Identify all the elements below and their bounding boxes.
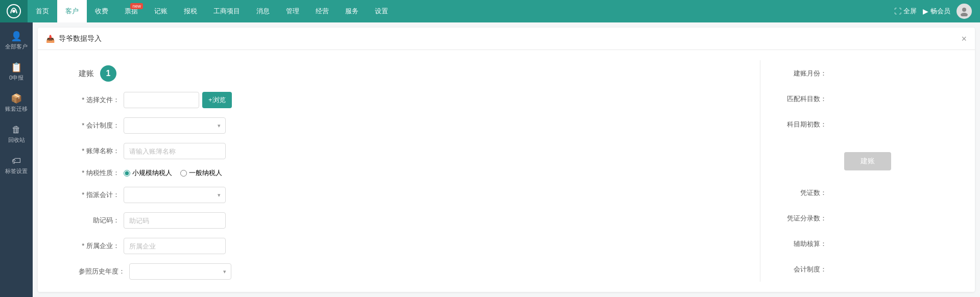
info-initial-row: 科目期初数： <box>781 116 954 133</box>
nav-operation[interactable]: 经营 <box>307 0 337 22</box>
history-select-wrapper <box>129 263 231 280</box>
sidebar-item-migrate[interactable]: 📦 账套迁移 <box>0 89 33 118</box>
accountant-label: * 指派会计： <box>79 190 119 200</box>
accountant-row: * 指派会计： <box>79 187 739 203</box>
nav-invoices[interactable]: 票据 new <box>116 0 146 22</box>
nav-service[interactable]: 服务 <box>337 0 367 22</box>
svg-point-2 <box>962 8 966 12</box>
info-auxiliary-label: 辅助核算： <box>781 239 827 249</box>
accounting-select[interactable] <box>124 117 226 134</box>
step-header: 建账 1 <box>79 65 739 82</box>
nav-billing[interactable]: 收费 <box>87 0 116 22</box>
tax-row: * 纳税性质： 小规模纳税人 一般纳税人 <box>79 168 739 178</box>
import-panel: 📥 导爷数据导入 × 建账 1 * 选择文件 <box>38 28 975 292</box>
nav-right-area: ⛶ 全屏 ▶ 畅会员 <box>894 4 980 19</box>
new-badge: new <box>130 3 143 9</box>
nav-message[interactable]: 消息 <box>248 0 278 22</box>
step-circle: 1 <box>100 65 116 82</box>
info-month-label: 建账月份： <box>781 69 827 78</box>
main-layout: 👤 全部客户 📋 0申报 📦 账套迁移 🗑 回收站 🏷 标签设置 📥 导爷数据导… <box>0 22 980 297</box>
info-initial-label: 科目期初数： <box>781 120 827 129</box>
build-button-area: 建账 <box>781 147 954 170</box>
company-input[interactable] <box>124 238 226 254</box>
trash-icon: 🗑 <box>12 125 21 134</box>
sidebar-item-label: 账套迁移 <box>5 105 28 113</box>
accountant-select[interactable] <box>124 187 226 203</box>
memo-input[interactable] <box>124 212 226 229</box>
sidebar-item-label: 全部客户 <box>5 43 28 51</box>
avatar[interactable] <box>957 4 972 19</box>
file-input[interactable] <box>124 92 199 108</box>
history-label: 参照历史年度： <box>79 267 125 276</box>
sidebar-item-label: 0申报 <box>9 74 23 82</box>
radio-general-taxpayer[interactable]: 一般纳税人 <box>180 168 222 178</box>
info-voucher-row: 凭证数： <box>781 185 954 201</box>
user-icon <box>959 6 969 16</box>
accountant-select-wrapper <box>124 187 226 203</box>
step-label: 建账 <box>79 69 94 79</box>
radio-general-label: 一般纳税人 <box>189 168 222 178</box>
info-section: 建账月份： 匹配科目数： 科目期初数： 建账 <box>760 60 975 282</box>
radio-small-label: 小规模纳税人 <box>132 168 172 178</box>
logo-icon <box>7 4 21 18</box>
info-match-label: 匹配科目数： <box>781 94 827 104</box>
memo-label: 助记码： <box>79 216 119 225</box>
file-input-group: +浏览 <box>124 92 232 108</box>
logo <box>0 0 28 22</box>
content-area: 📥 导爷数据导入 × 建账 1 * 选择文件 <box>33 22 980 297</box>
memo-row: 助记码： <box>79 212 739 229</box>
svg-point-3 <box>961 13 968 16</box>
company-row: * 所属企业： <box>79 238 739 254</box>
sidebar-item-label: 回收站 <box>8 136 25 144</box>
nav-settings[interactable]: 设置 <box>367 0 396 22</box>
radio-general-input[interactable] <box>180 170 187 177</box>
nav-tax[interactable]: 报税 <box>176 0 205 22</box>
info-accounting-system-row: 会计制度： <box>781 261 954 278</box>
form-section: 建账 1 * 选择文件： +浏览 <box>38 60 760 282</box>
ledger-label: * 账簿名称： <box>79 146 119 156</box>
panel-body: 建账 1 * 选择文件： +浏览 <box>38 50 975 292</box>
radio-small-taxpayer[interactable]: 小规模纳税人 <box>124 168 172 178</box>
sidebar-item-all-clients[interactable]: 👤 全部客户 <box>0 27 33 56</box>
info-voucher-label: 凭证数： <box>781 188 827 197</box>
tax-label: * 纳税性质： <box>79 168 119 178</box>
ledger-row: * 账簿名称： <box>79 143 739 159</box>
sidebar-item-label: 标签设置 <box>5 167 28 175</box>
file-row: * 选择文件： +浏览 <box>79 92 739 108</box>
nav-clients[interactable]: 客户 <box>57 0 87 22</box>
panel-title: 导爷数据导入 <box>59 34 102 43</box>
browse-button[interactable]: +浏览 <box>202 92 232 108</box>
info-voucher-records-label: 凭证分录数： <box>781 214 827 223</box>
info-voucher-records-row: 凭证分录数： <box>781 210 954 227</box>
clients-icon: 👤 <box>11 32 22 41</box>
info-auxiliary-row: 辅助核算： <box>781 236 954 252</box>
nav-bookkeeping[interactable]: 记账 <box>146 0 176 22</box>
migrate-icon: 📦 <box>11 94 22 103</box>
history-select[interactable] <box>129 263 231 280</box>
sidebar-item-tags[interactable]: 🏷 标签设置 <box>0 151 33 180</box>
accounting-label: * 会计制度： <box>79 121 119 130</box>
fullscreen-button[interactable]: ⛶ 全屏 <box>894 7 917 16</box>
file-label: * 选择文件： <box>79 95 119 105</box>
svg-point-1 <box>12 10 15 13</box>
sidebar-item-zero-report[interactable]: 📋 0申报 <box>0 58 33 87</box>
info-accounting-system-label: 会计制度： <box>781 265 827 274</box>
radio-small-input[interactable] <box>124 170 130 177</box>
nav-menu: 首页 客户 收费 票据 new 记账 报税 工商项目 消息 管理 经营 服务 设… <box>28 0 894 22</box>
member-button[interactable]: ▶ 畅会员 <box>923 7 950 16</box>
accounting-select-wrapper <box>124 117 226 134</box>
build-button[interactable]: 建账 <box>844 152 891 170</box>
info-match-row: 匹配科目数： <box>781 91 954 107</box>
sidebar-item-trash[interactable]: 🗑 回收站 <box>0 120 33 149</box>
close-button[interactable]: × <box>961 34 967 43</box>
accounting-row: * 会计制度： <box>79 117 739 134</box>
fullscreen-icon: ⛶ <box>894 7 901 15</box>
sidebar: 👤 全部客户 📋 0申报 📦 账套迁移 🗑 回收站 🏷 标签设置 <box>0 22 33 297</box>
report-icon: 📋 <box>11 63 22 72</box>
member-icon: ▶ <box>923 7 928 15</box>
nav-home[interactable]: 首页 <box>28 0 57 22</box>
nav-manage[interactable]: 管理 <box>278 0 307 22</box>
ledger-input[interactable] <box>124 143 226 159</box>
nav-business[interactable]: 工商项目 <box>205 0 248 22</box>
tax-radio-group: 小规模纳税人 一般纳税人 <box>124 168 222 178</box>
